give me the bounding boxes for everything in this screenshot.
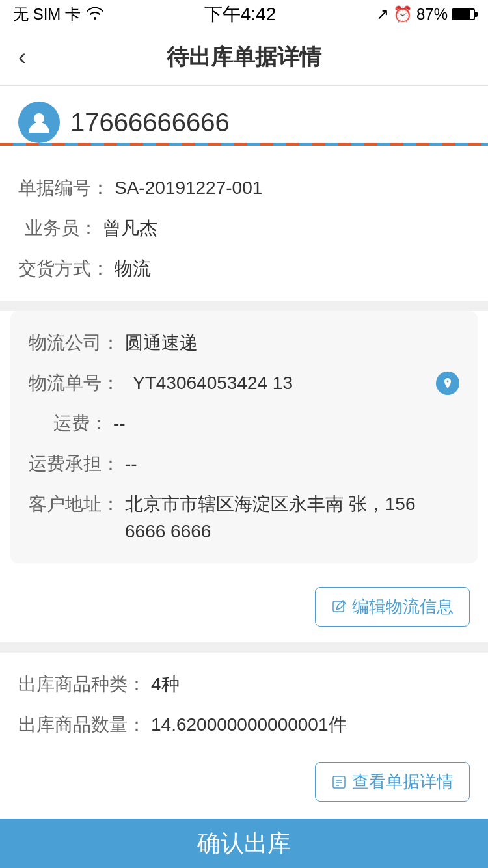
- product-quantity-value: 14.620000000000001件: [151, 711, 470, 739]
- freight-bearer-label: 运费承担：: [29, 450, 125, 478]
- status-right: ↗ ⏰ 87%: [376, 5, 475, 23]
- user-avatar: [18, 102, 60, 143]
- battery-label: 87%: [416, 5, 448, 23]
- salesman-row: 业务员： 曾凡杰: [18, 215, 470, 242]
- product-quantity-row: 出库商品数量： 14.620000000000001件: [18, 711, 470, 739]
- product-type-value: 4种: [151, 671, 470, 698]
- view-detail-btn-wrap: 查看单据详情: [0, 752, 488, 820]
- list-icon: [331, 774, 347, 790]
- salesman-label: 业务员：: [18, 215, 103, 242]
- product-quantity-label: 出库商品数量：: [18, 711, 151, 739]
- quantity-section: 出库商品种类： 4种 出库商品数量： 14.620000000000001件: [0, 653, 488, 752]
- wifi-icon: [86, 5, 104, 23]
- battery-icon: [452, 8, 475, 20]
- user-phone: 17666666666: [70, 108, 230, 137]
- delivery-method-row: 交货方式： 物流: [18, 255, 470, 282]
- tracking-label: 物流单号：: [29, 370, 125, 397]
- edit-icon: [331, 599, 347, 615]
- freight-label: 运费：: [29, 410, 113, 437]
- product-type-label: 出库商品种类：: [18, 671, 151, 698]
- user-header: 17666666666: [0, 86, 488, 143]
- edit-logistics-btn-wrap: 编辑物流信息: [0, 574, 488, 640]
- logistics-company-value: 圆通速递: [125, 329, 459, 357]
- delivery-method-value: 物流: [115, 255, 470, 282]
- edit-logistics-button[interactable]: 编辑物流信息: [315, 587, 470, 627]
- status-bar: 无 SIM 卡 下午4:42 ↗ ⏰ 87%: [0, 0, 488, 29]
- tracking-number-row: 物流单号： YT43064053424 13: [29, 370, 459, 397]
- status-left: 无 SIM 卡: [13, 4, 104, 25]
- carrier-label: 无 SIM 卡: [13, 4, 81, 25]
- location-arrow-icon: ↗: [376, 5, 389, 23]
- status-time: 下午4:42: [204, 2, 277, 27]
- document-number-label: 单据编号：: [18, 174, 115, 202]
- tracking-location-icon[interactable]: [436, 372, 459, 395]
- confirm-button[interactable]: 确认出库: [0, 832, 488, 855]
- basic-info-section: 单据编号： SA-20191227-001 业务员： 曾凡杰 交货方式： 物流: [0, 156, 488, 301]
- dashed-divider: [0, 143, 488, 148]
- freight-row: 运费： --: [29, 410, 459, 437]
- section-separator-1: [0, 642, 488, 653]
- product-type-row: 出库商品种类： 4种: [18, 671, 470, 698]
- edit-logistics-label: 编辑物流信息: [352, 595, 454, 618]
- document-number-row: 单据编号： SA-20191227-001: [18, 174, 470, 202]
- svg-rect-2: [333, 776, 345, 788]
- confirm-button-wrap: 确认出库: [0, 819, 488, 868]
- view-detail-button[interactable]: 查看单据详情: [315, 762, 470, 802]
- view-detail-label: 查看单据详情: [352, 770, 454, 793]
- logistics-card: 物流公司： 圆通速递 物流单号： YT43064053424 13 运费： --…: [10, 311, 478, 563]
- clock-icon: ⏰: [393, 5, 413, 23]
- svg-point-0: [34, 113, 44, 124]
- nav-title: 待出库单据详情: [167, 42, 321, 72]
- address-value: 北京市市辖区海淀区永丰南 张，156 6666 6666: [125, 491, 459, 545]
- freight-bearer-row: 运费承担： --: [29, 450, 459, 478]
- logistics-wrapper: 物流公司： 圆通速递 物流单号： YT43064053424 13 运费： --…: [0, 311, 488, 642]
- logistics-company-row: 物流公司： 圆通速递: [29, 329, 459, 357]
- tracking-value: YT43064053424 13: [133, 370, 428, 397]
- document-number-value: SA-20191227-001: [115, 174, 470, 202]
- confirm-label: 确认出库: [197, 830, 291, 856]
- nav-bar: ‹ 待出库单据详情: [0, 29, 488, 86]
- back-button[interactable]: ‹: [18, 44, 26, 71]
- address-row: 客户地址： 北京市市辖区海淀区永丰南 张，156 6666 6666: [29, 491, 459, 545]
- freight-bearer-value: --: [125, 450, 459, 478]
- salesman-value: 曾凡杰: [103, 215, 470, 242]
- delivery-method-label: 交货方式：: [18, 255, 115, 282]
- logistics-company-label: 物流公司：: [29, 329, 125, 357]
- freight-value: --: [113, 410, 459, 437]
- address-label: 客户地址：: [29, 491, 125, 518]
